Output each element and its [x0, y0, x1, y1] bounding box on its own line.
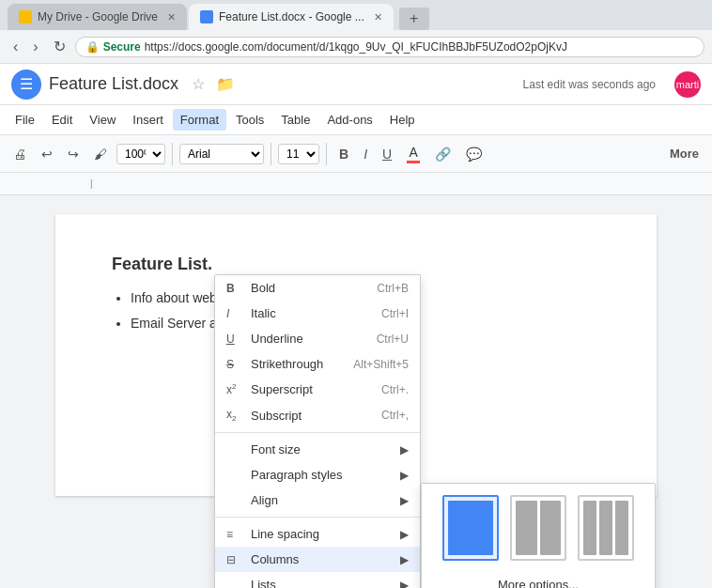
- separator-2: [271, 143, 271, 165]
- underline-shortcut: Ctrl+U: [377, 333, 409, 346]
- col-block-3b: [599, 501, 612, 555]
- tab-inactive-label: My Drive - Google Drive: [38, 10, 158, 23]
- link-button[interactable]: 🔗: [429, 143, 457, 165]
- undo-button[interactable]: ↩: [36, 143, 58, 165]
- format-superscript[interactable]: x2 Superscript Ctrl+.: [215, 377, 420, 402]
- format-strikethrough[interactable]: S Strikethrough Alt+Shift+5: [215, 351, 420, 377]
- format-italic[interactable]: I Italic Ctrl+I: [215, 301, 420, 326]
- star-icon[interactable]: ☆: [192, 75, 205, 93]
- separator-3: [326, 143, 327, 165]
- lock-icon: 🔒: [85, 40, 100, 54]
- sep-2: [215, 517, 420, 518]
- menu-bar: File Edit View Insert Format Tools Table…: [0, 105, 712, 135]
- format-lists[interactable]: Lists ▶: [215, 572, 420, 588]
- tab-bar: My Drive - Google Drive ✕ Feature List.d…: [0, 0, 712, 30]
- font-select[interactable]: Arial: [179, 144, 264, 164]
- more-options-button[interactable]: More options...: [433, 572, 643, 588]
- tab-close-inactive[interactable]: ✕: [167, 11, 176, 23]
- subscript-label: Subscript: [251, 409, 374, 423]
- underline-label: Underline: [251, 332, 369, 346]
- underline-button[interactable]: U: [377, 143, 397, 165]
- column-option-two[interactable]: [510, 495, 566, 561]
- address-bar[interactable]: 🔒 Secure https://docs.google.com/documen…: [75, 37, 704, 57]
- paragraph-styles-arrow: ▶: [400, 469, 409, 482]
- font-color-button[interactable]: A: [401, 141, 426, 167]
- columns-arrow: ▶: [400, 553, 409, 566]
- tab-active-label: Feature List.docx - Google ...: [219, 10, 364, 23]
- menu-view[interactable]: View: [82, 109, 123, 131]
- subscript-icon: x2: [226, 408, 245, 423]
- format-font-size[interactable]: Font size ▶: [215, 437, 420, 462]
- refresh-button[interactable]: ↻: [48, 34, 71, 59]
- format-underline[interactable]: U Underline Ctrl+U: [215, 326, 420, 351]
- drive-favicon: [19, 10, 32, 23]
- sep-1: [215, 432, 420, 433]
- menu-edit[interactable]: Edit: [44, 109, 80, 131]
- more-button[interactable]: More: [664, 143, 704, 164]
- column-option-three[interactable]: [578, 495, 634, 561]
- doc-title-text: Feature List.: [112, 252, 600, 277]
- print-button[interactable]: 🖨: [8, 143, 32, 165]
- paint-format-button[interactable]: 🖌: [88, 143, 113, 165]
- align-arrow: ▶: [400, 494, 409, 507]
- menu-file[interactable]: File: [8, 109, 42, 131]
- columns-icon: ⊟: [226, 553, 245, 566]
- format-columns[interactable]: ⊟ Columns ▶: [215, 547, 420, 572]
- redo-button[interactable]: ↪: [62, 143, 85, 165]
- comment-button[interactable]: 💬: [460, 143, 488, 165]
- tab-close-active[interactable]: ✕: [374, 11, 382, 23]
- docs-favicon: [200, 10, 213, 23]
- menu-tools[interactable]: Tools: [228, 109, 271, 131]
- line-spacing-icon: ≡: [226, 528, 245, 541]
- underline-icon: U: [226, 333, 245, 346]
- back-button[interactable]: ‹: [8, 35, 23, 59]
- col-block-3c: [615, 501, 628, 555]
- italic-label: Italic: [251, 306, 374, 320]
- menu-addons[interactable]: Add-ons: [319, 109, 379, 131]
- tab-active[interactable]: Feature List.docx - Google ... ✕: [189, 4, 394, 30]
- forward-button[interactable]: ›: [27, 35, 43, 59]
- format-line-spacing[interactable]: ≡ Line spacing ▶: [215, 521, 420, 547]
- toolbar: 🖨 ↩ ↪ 🖌 100% Arial 11 B I U A 🔗 💬 More: [0, 135, 712, 173]
- columns-submenu: More options...: [421, 483, 656, 588]
- new-tab-btn[interactable]: +: [399, 8, 429, 30]
- hamburger-button[interactable]: ☰: [11, 70, 41, 100]
- bold-label: Bold: [251, 281, 369, 295]
- line-spacing-label: Line spacing: [251, 527, 400, 541]
- user-avatar[interactable]: marti: [674, 71, 701, 98]
- paragraph-styles-label: Paragraph styles: [251, 468, 400, 482]
- bold-icon: B: [226, 282, 245, 295]
- format-menu: B Bold Ctrl+B I Italic Ctrl+I U Underlin…: [214, 274, 421, 588]
- superscript-label: Superscript: [251, 382, 374, 396]
- italic-button[interactable]: I: [358, 143, 373, 165]
- font-size-arrow: ▶: [400, 443, 409, 456]
- menu-insert[interactable]: Insert: [125, 109, 171, 131]
- column-option-one[interactable]: [442, 495, 499, 561]
- col-block-2b: [540, 501, 562, 555]
- format-paragraph-styles[interactable]: Paragraph styles ▶: [215, 462, 420, 487]
- menu-table[interactable]: Table: [273, 109, 317, 131]
- font-size-select[interactable]: 11: [278, 144, 319, 164]
- zoom-select[interactable]: 100%: [116, 144, 165, 164]
- strikethrough-icon: S: [226, 358, 245, 371]
- superscript-shortcut: Ctrl+.: [381, 383, 409, 396]
- bold-button[interactable]: B: [333, 143, 354, 165]
- font-size-label: Font size: [251, 442, 400, 456]
- menu-format[interactable]: Format: [173, 109, 226, 131]
- columns-label: Columns: [251, 552, 400, 566]
- folder-icon[interactable]: 📁: [216, 75, 235, 93]
- separator-1: [172, 143, 173, 165]
- strikethrough-shortcut: Alt+Shift+5: [353, 358, 409, 371]
- format-align[interactable]: Align ▶: [215, 487, 420, 513]
- format-subscript[interactable]: x2 Subscript Ctrl+,: [215, 402, 420, 428]
- tab-inactive[interactable]: My Drive - Google Drive ✕: [8, 4, 187, 30]
- nav-bar: ‹ › ↻ 🔒 Secure https://docs.google.com/d…: [0, 30, 712, 64]
- format-bold[interactable]: B Bold Ctrl+B: [215, 275, 420, 301]
- menu-help[interactable]: Help: [382, 109, 423, 131]
- url-text: https://docs.google.com/document/d/1kqgo…: [145, 40, 567, 54]
- ruler-mark: |: [90, 178, 93, 189]
- italic-shortcut: Ctrl+I: [381, 307, 409, 320]
- doc-area: | Feature List. Info about website / pag…: [0, 173, 712, 588]
- lists-arrow: ▶: [400, 579, 409, 588]
- app-header: ☰ Feature List.docx ☆ 📁 Last edit was se…: [0, 64, 712, 105]
